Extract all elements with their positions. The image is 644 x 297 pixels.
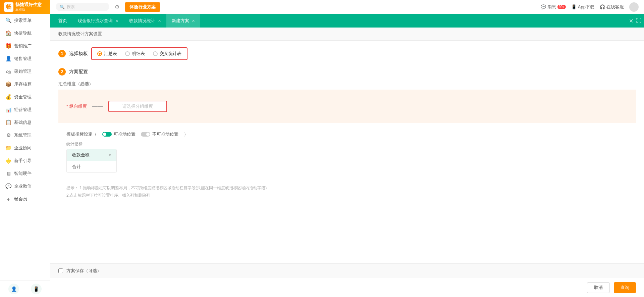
sidebar-logo: 畅 畅捷通好生意 标准版 [0, 0, 50, 14]
sidebar-item-label: 快捷导航 [14, 30, 32, 36]
basic-icon: 📋 [5, 119, 11, 126]
tab-receipts-stats[interactable]: 收款情况统计 ✕ [124, 14, 166, 28]
inventory-icon: 📦 [5, 81, 11, 87]
trial-button[interactable]: 体验行业方案 [125, 2, 160, 12]
sidebar-item-marketing[interactable]: 🎁 营销推广 [0, 40, 50, 52]
tabbar-actions: ✕ ⛶ [629, 18, 644, 24]
sidebar-item-inventory[interactable]: 📦 库存核算 [0, 78, 50, 91]
sidebar-item-guide[interactable]: 🌟 新手引导 [0, 154, 50, 167]
metrics-group: 统计指标 收款金额 ▾ 合计 [66, 141, 117, 174]
cancel-button[interactable]: 取消 [587, 282, 610, 293]
step2-content: 汇总维度（必选） * 纵向维度 —— 请选择分组维度 模板指标设定（ [58, 81, 636, 204]
radio-summary-label: 汇总表 [104, 51, 117, 57]
topbar-right: 💬 消息 99+ 📱 App下载 🎧 在线客服 [541, 2, 639, 12]
toggle-draggable: 可拖动位置 [102, 131, 136, 137]
sidebar-item-hardware[interactable]: 🖥 智能硬件 [0, 167, 50, 180]
tab-bank-flow[interactable]: 现金银行流水查询 ✕ [72, 14, 124, 28]
message-badge: 99+ [557, 5, 566, 9]
form-body: 1 选择模板 汇总表 明细表 [50, 41, 644, 263]
tab-fullscreen-icon[interactable]: ⛶ [636, 18, 641, 24]
template-radio-group: 汇总表 明细表 交叉统计表 [91, 47, 187, 60]
search-icon: 🔍 [60, 5, 65, 9]
fund-icon: 💰 [5, 94, 11, 100]
sidebar-item-wechat[interactable]: 💬 企业微信 [0, 180, 50, 193]
user-avatar[interactable] [629, 2, 639, 12]
sidebar-item-purchase[interactable]: 🛍 采购管理 [0, 65, 50, 78]
logo-name: 畅捷通好生意 [15, 2, 42, 7]
non-draggable-toggle[interactable] [141, 132, 150, 137]
metrics-toggle-close: ） [184, 131, 188, 137]
step1-label: 选择模板 [69, 51, 88, 57]
sidebar-item-system[interactable]: ⚙ 系统管理 [0, 129, 50, 142]
operation-icon: 📊 [5, 107, 11, 113]
dimension-arrow-icon: —— [92, 103, 103, 109]
hardware-icon: 🖥 [5, 171, 11, 177]
sidebar-item-quick-nav[interactable]: 🏠 快捷导航 [0, 27, 50, 40]
tips-area: 提示： 1.拖动标题栏可以调整布局，不可跨维度或指标区域拖动栏目字段(只能在同一… [58, 179, 636, 204]
tab-new-plan-close[interactable]: ✕ [192, 19, 195, 23]
online-service-item[interactable]: 🎧 在线客服 [600, 4, 624, 10]
message-label: 消息 [547, 4, 556, 10]
content-area: 收款情况统计方案设置 1 选择模板 汇总表 [50, 28, 644, 297]
sidebar-bottom: 👤 📱 [0, 281, 50, 297]
service-label: 在线客服 [606, 4, 624, 10]
topbar: 🔍 搜索 ⚙ 体验行业方案 💬 消息 99+ 📱 App下载 🎧 在线客服 [50, 0, 644, 14]
radio-crosstab-circle [153, 51, 158, 56]
search-placeholder: 搜索 [67, 4, 75, 10]
tab-new-plan[interactable]: 新建方案 ✕ [166, 14, 200, 28]
sidebar-bottom-btn-1[interactable]: 👤 [8, 284, 19, 294]
draggable-toggle[interactable] [102, 132, 112, 137]
metrics-table-row: 合计 [67, 161, 116, 172]
step1-section: 1 选择模板 汇总表 明细表 [58, 47, 636, 60]
metrics-header-label: 收款金额 [72, 152, 90, 158]
dimension-area: * 纵向维度 —— 请选择分组维度 [58, 90, 636, 123]
app-icon: 📱 [571, 4, 577, 9]
settings-icon[interactable]: ⚙ [115, 4, 119, 10]
summary-dim-section: 汇总维度（必选） * 纵向维度 —— 请选择分组维度 [58, 81, 636, 126]
guide-icon: 🌟 [5, 158, 11, 164]
draggable-label: 可拖动位置 [114, 131, 136, 137]
tab-home[interactable]: 首页 [53, 14, 72, 28]
metrics-table-header[interactable]: 收款金额 ▾ [67, 149, 116, 161]
sidebar-item-label: 企业协同 [14, 145, 32, 151]
sidebar-item-member[interactable]: ♦ 畅会员 [0, 193, 50, 205]
dimension-select[interactable]: 请选择分组维度 [108, 101, 167, 112]
topbar-search[interactable]: 🔍 搜索 [56, 3, 109, 11]
tip-2: 2.点击标题栏下拉可设置排序、插入列和删除列 [66, 192, 628, 199]
tab-close-all-icon[interactable]: ✕ [629, 18, 633, 24]
app-download-item[interactable]: 📱 App下载 [571, 4, 594, 10]
radio-crosstab[interactable]: 交叉统计表 [153, 51, 181, 57]
non-draggable-label: 不可拖动位置 [152, 131, 178, 137]
purchase-icon: 🛍 [5, 69, 11, 75]
metrics-columns: 统计指标 收款金额 ▾ 合计 [66, 141, 628, 174]
sidebar-item-sales[interactable]: 👤 销售管理 [0, 52, 50, 65]
radio-summary[interactable]: 汇总表 [97, 51, 117, 57]
radio-summary-circle [97, 51, 102, 56]
radio-detail[interactable]: 明细表 [125, 51, 145, 57]
page-title: 收款情况统计方案设置 [50, 28, 644, 41]
logo-icon: 畅 [4, 2, 13, 12]
member-icon: ♦ [5, 196, 11, 202]
sidebar-item-fund[interactable]: 💰 资金管理 [0, 91, 50, 103]
save-checkbox[interactable] [58, 268, 63, 273]
tab-new-plan-label: 新建方案 [172, 18, 189, 24]
stats-metrics-label: 统计指标 [66, 141, 117, 147]
sidebar-item-enterprise[interactable]: 📁 企业协同 [0, 142, 50, 154]
tab-receipts-stats-label: 收款情况统计 [129, 18, 155, 24]
save-section: 方案保存（可选） [50, 263, 644, 278]
query-button[interactable]: 查询 [614, 282, 636, 293]
enterprise-icon: 📁 [5, 145, 11, 151]
sidebar-item-search-menu[interactable]: 🔍 搜索菜单 [0, 14, 50, 27]
sidebar-item-operation[interactable]: 📊 经营管理 [0, 103, 50, 116]
wechat-icon: 💬 [5, 183, 11, 189]
sidebar-item-label: 畅会员 [14, 196, 27, 202]
tab-bank-flow-close[interactable]: ✕ [115, 19, 118, 23]
sidebar-bottom-btn-2[interactable]: 📱 [31, 284, 42, 294]
tab-home-label: 首页 [58, 18, 67, 24]
radio-detail-circle [125, 51, 130, 56]
tab-receipts-stats-close[interactable]: ✕ [158, 19, 161, 23]
message-item[interactable]: 💬 消息 99+ [541, 4, 566, 10]
sidebar-item-label: 营销推广 [14, 43, 32, 49]
quick-nav-icon: 🏠 [5, 30, 11, 36]
sidebar-item-basic[interactable]: 📋 基础信息 [0, 116, 50, 129]
